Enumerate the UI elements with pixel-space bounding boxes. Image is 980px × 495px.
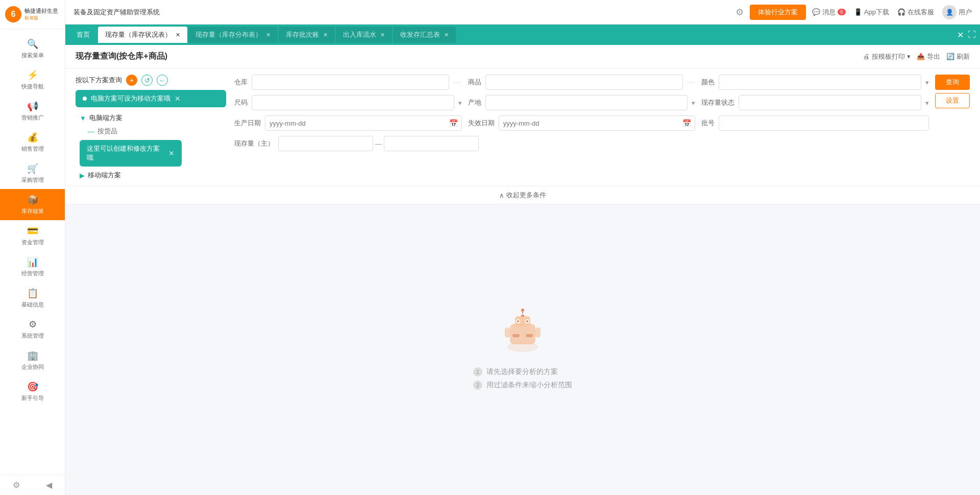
sidebar-item-sales[interactable]: 💰 销售管理 — [0, 127, 65, 158]
inv-status-select[interactable] — [739, 95, 921, 110]
empty-tip-1: 1 请先选择要分析的方案 — [473, 367, 572, 376]
tooltip1-text: 电脑方案可设为移动方案哦 — [91, 94, 170, 103]
app-download-button[interactable]: 📱 App下载 — [854, 8, 889, 17]
tab-collect-summary-label: 收发存汇总表 — [400, 30, 440, 39]
basic-icon: 📋 — [27, 288, 38, 299]
prod-date-field: 生产日期 📅 — [234, 115, 462, 131]
user-button[interactable]: 👤 用户 — [942, 5, 972, 19]
sidebar-item-enterprise[interactable]: 🏢 企业协同 — [0, 345, 65, 376]
sidebar-item-finance[interactable]: 💳 资金管理 — [0, 220, 65, 251]
inv-amount-range: — — [278, 136, 479, 151]
pc-scheme-node[interactable]: ▼ 电脑端方案 — [76, 111, 226, 125]
filter-refresh-button[interactable]: ↺ — [141, 75, 153, 86]
filter-back-button[interactable]: ← — [157, 75, 168, 86]
online-service-button[interactable]: 🎧 在线客服 — [897, 8, 934, 17]
sidebar-item-marketing[interactable]: 📢 营销推广 — [0, 96, 65, 127]
tab-inventory-dist[interactable]: 现存量（库存分布表） ✕ — [188, 27, 278, 43]
prod-date-calendar-icon[interactable]: 📅 — [449, 119, 458, 127]
sidebar-item-purchase[interactable]: 🛒 采购管理 — [0, 158, 65, 189]
collapse-up-icon: ∧ — [499, 192, 504, 199]
tab-inventory-dist-label: 现存量（库存分布表） — [195, 30, 262, 39]
sidebar-item-label: 营销推广 — [21, 114, 44, 122]
pc-scheme-child[interactable]: — 按货品 — [88, 125, 226, 138]
origin-dropdown-icon[interactable]: ▾ — [692, 99, 695, 107]
logo-text-block: 畅捷通好生意 标准版 — [24, 7, 58, 21]
tab-inventory-dist-close[interactable]: ✕ — [266, 32, 271, 38]
collapse-button[interactable]: ∧ 收起更多条件 — [499, 191, 546, 200]
inv-amount-from-input[interactable] — [278, 136, 373, 151]
tab-close-all-button[interactable]: ✕ — [957, 30, 964, 40]
size-select[interactable] — [252, 95, 454, 110]
tab-collect-summary[interactable]: 收发存汇总表 ✕ — [393, 27, 456, 43]
tab-inventory-status-label: 现存量（库存状况表） — [105, 30, 172, 39]
system-settings-icon[interactable]: ⚙ — [736, 7, 744, 18]
service-label: 在线客服 — [908, 8, 934, 17]
sidebar-item-label: 库存核算 — [21, 207, 44, 215]
sidebar-item-search[interactable]: 🔍 搜索菜单 — [0, 33, 65, 64]
refresh-button[interactable]: 🔄 刷新 — [946, 52, 970, 61]
sidebar-logo: 6 畅捷通好生意 标准版 — [0, 0, 65, 29]
sidebar-item-label: 采购管理 — [21, 176, 44, 184]
app-icon: 📱 — [854, 8, 862, 16]
size-field: 尺码 ▾ — [234, 95, 462, 110]
sidebar-item-quick[interactable]: ⚡ 快捷导航 — [0, 64, 65, 96]
tooltip1-close[interactable]: ✕ — [175, 95, 181, 103]
warehouse-select[interactable] — [252, 75, 449, 90]
settings-icon[interactable]: ⚙ — [13, 480, 20, 490]
message-button[interactable]: 💬 消息 6 — [812, 8, 846, 17]
service-icon: 🎧 — [897, 8, 905, 16]
batch-no-label: 批号 — [701, 119, 715, 128]
tab-inout-flow[interactable]: 出入库流水 ✕ — [336, 27, 392, 43]
reset-button[interactable]: 设置 — [935, 93, 970, 108]
tab-collect-summary-close[interactable]: ✕ — [444, 32, 449, 38]
sidebar-item-system[interactable]: ⚙ 系统管理 — [0, 314, 65, 345]
color-select[interactable] — [719, 75, 921, 90]
sidebar-item-inventory[interactable]: 📦 库存核算 — [0, 189, 65, 220]
filter-left: 按以下方案查询 + ↺ ← 电脑方案可设为移动方案哦 ✕ — [76, 75, 226, 186]
inv-status-field: 现存量状态 ▾ — [701, 95, 929, 110]
prod-date-input[interactable] — [265, 115, 462, 131]
goods-input[interactable] — [485, 75, 683, 90]
inv-status-label: 现存量状态 — [701, 98, 734, 107]
tab-inventory-status[interactable]: 现存量（库存状况表） ✕ — [98, 27, 187, 43]
search-button[interactable]: 查询 — [935, 75, 970, 90]
tab-batch-account-close[interactable]: ✕ — [323, 32, 328, 38]
origin-select[interactable] — [485, 95, 688, 110]
warehouse-label: 仓库 — [234, 78, 248, 87]
sidebar-item-ops[interactable]: 📊 经营管理 — [0, 251, 65, 282]
goods-more-icon[interactable]: ··· — [687, 78, 695, 87]
print-button[interactable]: 🖨 按模板打印 ▾ — [863, 52, 911, 61]
svg-rect-12 — [505, 327, 510, 338]
inv-status-select-wrapper — [739, 95, 921, 110]
size-dropdown-icon[interactable]: ▾ — [458, 99, 462, 107]
inv-status-dropdown-icon[interactable]: ▾ — [925, 99, 929, 107]
batch-no-input[interactable] — [719, 115, 929, 131]
tab-maximize-button[interactable]: ⛶ — [968, 30, 976, 40]
trial-button[interactable]: 体验行业方案 — [750, 5, 806, 20]
pc-scheme-child-bullet: — — [88, 128, 94, 135]
collapse-sidebar-icon[interactable]: ◀ — [46, 480, 52, 490]
tooltip2-close[interactable]: ✕ — [168, 149, 175, 157]
warehouse-more-icon[interactable]: ··· — [453, 78, 461, 87]
tab-inventory-status-close[interactable]: ✕ — [176, 32, 180, 38]
mobile-scheme-node[interactable]: ▶ 移动端方案 — [76, 169, 226, 182]
refresh-label: 刷新 — [957, 52, 970, 61]
sidebar-item-label: 快捷导航 — [21, 83, 44, 90]
sidebar-item-guide[interactable]: 🎯 新手引导 — [0, 376, 65, 407]
filter-add-button[interactable]: + — [126, 75, 137, 86]
tab-home[interactable]: 首页 — [69, 27, 97, 43]
export-button[interactable]: 📤 导出 — [917, 52, 940, 61]
exp-date-input[interactable] — [499, 115, 696, 131]
inv-amount-to-input[interactable] — [384, 136, 479, 151]
filter-row-1: 仓库 ··· 商品 ··· 颜色 — [234, 75, 929, 90]
exp-date-calendar-icon[interactable]: 📅 — [682, 119, 691, 127]
page-header: 现存量查询(按仓库+商品) 🖨 按模板打印 ▾ 📤 导出 🔄 刷新 — [65, 45, 980, 68]
tab-inout-flow-close[interactable]: ✕ — [380, 32, 385, 38]
main-area: 装备及固定资产辅助管理系统 ⚙ 体验行业方案 💬 消息 6 📱 App下载 🎧 … — [65, 0, 980, 495]
sidebar-item-basic[interactable]: 📋 基础信息 — [0, 282, 65, 314]
tab-batch-account[interactable]: 库存批次账 ✕ — [279, 27, 335, 43]
color-dropdown-icon[interactable]: ▾ — [925, 79, 929, 86]
tooltip-dot — [83, 97, 87, 101]
logo-badge: 标准版 — [24, 15, 58, 21]
sidebar-item-label: 搜索菜单 — [21, 52, 44, 59]
